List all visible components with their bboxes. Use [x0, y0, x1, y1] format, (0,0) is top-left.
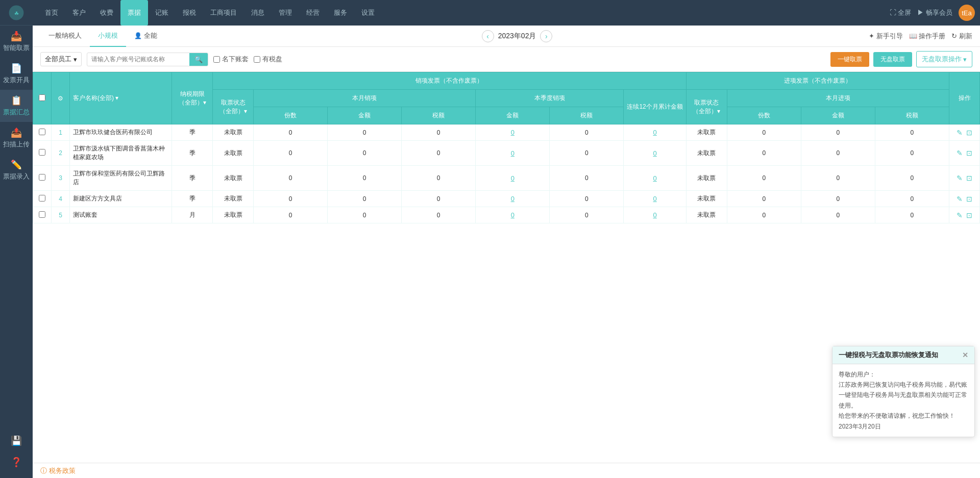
nav-settings[interactable]: 设置 [354, 0, 382, 26]
th-p-month-count: 份数 [727, 107, 801, 124]
svg-text:☘: ☘ [14, 10, 19, 16]
sidebar-item-data-entry[interactable]: ✏️ 票据录入 [0, 154, 33, 186]
row-name-3[interactable]: 新建区方方文具店 [70, 191, 172, 207]
row-p-month-tax-0: 0 [875, 124, 949, 141]
row-s-12month-1[interactable]: 0 [624, 141, 686, 166]
notification-header: 一键报税与无盘取票功能恢复通知 ✕ [832, 346, 974, 364]
nav-manage[interactable]: 管理 [272, 0, 299, 26]
row-sales-status-1: 未取票 [213, 141, 254, 166]
row-s-12month-2[interactable]: 0 [624, 166, 686, 191]
tax-policy-link[interactable]: ⓘ 税务政策 [40, 466, 76, 475]
no-disk-ops-btn[interactable]: 无盘取票操作 ▾ [916, 51, 972, 67]
nav-business[interactable]: 工商项目 [203, 0, 244, 26]
logo: ☘ [0, 0, 33, 26]
row-name-0[interactable]: 卫辉市玖玖健合医药有限公司 [70, 124, 172, 141]
nav-invoice[interactable]: 票据 [120, 0, 148, 26]
row-p-status-2: 未取票 [686, 166, 727, 191]
detail-icon-2[interactable]: ⊡ [966, 174, 972, 182]
notification-close-btn[interactable]: ✕ [962, 351, 968, 359]
edit-icon-2[interactable]: ✎ [957, 174, 963, 182]
member-btn[interactable]: ▶ 畅享会员 [917, 8, 952, 17]
nav-billing[interactable]: 收费 [93, 0, 120, 26]
detail-icon-4[interactable]: ⊡ [966, 211, 972, 219]
sidebar-item-smart-fetch[interactable]: 📥 智能取票 [0, 26, 33, 58]
subtab-general-label: 一般纳税人 [48, 31, 82, 40]
row-s-quarter-amount-1[interactable]: 0 [476, 141, 550, 166]
edit-icon-4[interactable]: ✎ [957, 211, 963, 219]
newbie-guide-link[interactable]: ✦ 新手引导 [869, 32, 903, 41]
row-p-month-amount-3: 0 [801, 191, 875, 207]
subtab-small[interactable]: 小规模 [90, 26, 126, 47]
smart-fetch-icon: 📥 [11, 31, 22, 42]
employee-select[interactable]: 全部员工 ▾ [40, 52, 82, 66]
row-s-month-amount-1: 0 [328, 141, 402, 166]
row-sales-status-0: 未取票 [213, 124, 254, 141]
row-p-month-amount-2: 0 [801, 166, 875, 191]
period-prev-btn[interactable]: ‹ [482, 30, 494, 42]
row-name-1[interactable]: 卫辉市汲水镇下图调音香菖蒲木种植家庭农场 [70, 141, 172, 166]
sidebar-item-help[interactable]: ❓ [0, 451, 33, 473]
row-s-quarter-amount-0[interactable]: 0 [476, 124, 550, 141]
nav-client[interactable]: 客户 [65, 0, 93, 26]
subtab-all[interactable]: 👤 全能 [126, 26, 165, 47]
search-button[interactable]: 🔍 [189, 53, 208, 66]
sidebar-item-issue-invoice-label: 发票开具 [3, 76, 30, 85]
row-name-2[interactable]: 卫辉市保和堂医药有限公司卫辉路店 [70, 166, 172, 191]
row-s-12month-0[interactable]: 0 [624, 124, 686, 141]
row-s-quarter-amount-2[interactable]: 0 [476, 166, 550, 191]
th-s-quarter-tax: 税额 [550, 107, 624, 124]
edit-icon-3[interactable]: ✎ [957, 195, 963, 203]
detail-icon-1[interactable]: ⊡ [966, 149, 972, 157]
th-settings[interactable]: ⚙ [52, 72, 70, 124]
th-s-quarter-amount: 金额 [476, 107, 550, 124]
row-select-2[interactable] [33, 166, 52, 191]
sidebar-item-scan-upload[interactable]: 📤 扫描上传 [0, 122, 33, 154]
row-select-3[interactable] [33, 191, 52, 207]
employee-select-chevron-icon: ▾ [74, 56, 77, 63]
th-tax-period: 纳税期限（全部）▾ [172, 72, 213, 124]
row-s-month-count-4: 0 [254, 207, 328, 223]
row-s-quarter-amount-4[interactable]: 0 [476, 207, 550, 223]
nav-tax[interactable]: 报税 [176, 0, 203, 26]
has-invoice-checkbox[interactable]: 有税盘 [254, 55, 282, 64]
sub-account-checkbox[interactable]: 名下账套 [213, 55, 249, 64]
row-select-0[interactable] [33, 124, 52, 141]
nav-accounting[interactable]: 记账 [148, 0, 176, 26]
row-s-12month-3[interactable]: 0 [624, 191, 686, 207]
user-avatar[interactable]: tEa [959, 5, 975, 21]
row-p-month-amount-1: 0 [801, 141, 875, 166]
table-row: 2 卫辉市汲水镇下图调音香菖蒲木种植家庭农场 季 未取票 0 0 0 0 0 0… [33, 141, 980, 166]
search-input[interactable] [87, 54, 189, 65]
nav-message[interactable]: 消息 [244, 0, 272, 26]
select-all-checkbox[interactable] [39, 94, 45, 101]
subtabs: 一般纳税人 小规模 👤 全能 ‹ 2023年02月 › ✦ 新手引导 📖 操作手… [33, 26, 980, 47]
row-p-month-count-2: 0 [727, 166, 801, 191]
nav-home[interactable]: 首页 [38, 0, 65, 26]
nav-service[interactable]: 服务 [327, 0, 354, 26]
sidebar-item-issue-invoice[interactable]: 📄 发票开具 [0, 58, 33, 90]
row-s-quarter-amount-3[interactable]: 0 [476, 191, 550, 207]
row-s-12month-4[interactable]: 0 [624, 207, 686, 223]
row-name-4[interactable]: 测试账套 [70, 207, 172, 223]
subtab-general[interactable]: 一般纳税人 [40, 26, 90, 47]
row-select-1[interactable] [33, 141, 52, 166]
edit-icon-0[interactable]: ✎ [957, 129, 963, 137]
manual-link[interactable]: 📖 操作手册 [909, 32, 946, 41]
row-s-quarter-tax-0: 0 [550, 124, 624, 141]
one-click-fetch-btn[interactable]: 一键取票 [830, 52, 869, 67]
detail-icon-0[interactable]: ⊡ [966, 129, 972, 137]
refresh-link[interactable]: ↻ 刷新 [951, 32, 972, 41]
detail-icon-3[interactable]: ⊡ [966, 195, 972, 203]
row-select-4[interactable] [33, 207, 52, 223]
fullscreen-btn[interactable]: ⛶ 全屏 [890, 8, 912, 17]
edit-icon-1[interactable]: ✎ [957, 149, 963, 157]
th-purchase-month: 本月进项 [727, 90, 949, 107]
period-next-btn[interactable]: › [540, 30, 552, 42]
row-actions-0: ✎ ⊡ [949, 124, 980, 141]
sidebar-item-invoice-summary[interactable]: 📋 票据汇总 [0, 90, 33, 122]
nav-operation[interactable]: 经营 [299, 0, 327, 26]
no-disk-fetch-btn[interactable]: 无盘取票 [873, 52, 912, 67]
sidebar-item-download[interactable]: 💾 [0, 430, 33, 451]
row-s-month-tax-0: 0 [402, 124, 476, 141]
sidebar-item-invoice-summary-label: 票据汇总 [3, 108, 30, 117]
